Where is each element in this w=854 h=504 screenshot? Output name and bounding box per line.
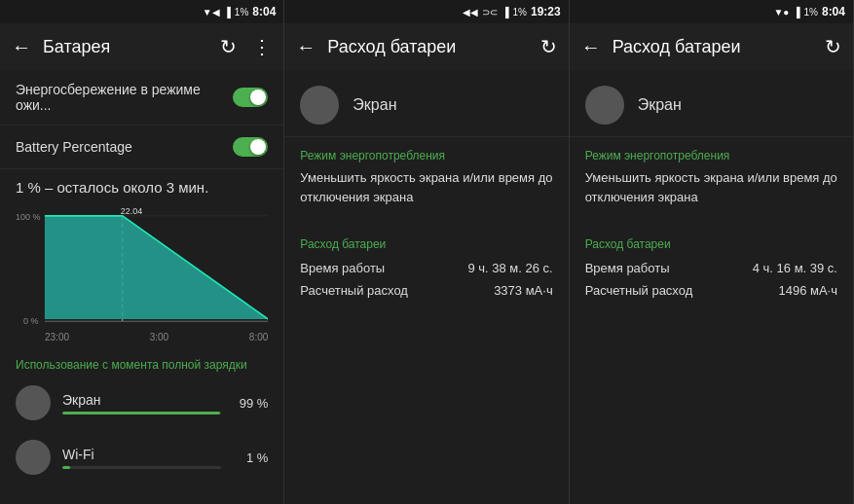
panel-battery-main: ▼◀ ▐ 1% 8:04 ← Батарея ↻ ⋮ Энергосбереже… (0, 0, 284, 504)
screen-row-3: Экран (570, 70, 853, 137)
status-time-1: 8:04 (252, 5, 276, 18)
status-bar-3: ▼● ▐ 1% 8:04 (570, 0, 853, 23)
svg-text:100 %: 100 % (16, 212, 40, 222)
header-2: ← Расход батареи ↻ (284, 23, 568, 70)
usage-info-screen: Экран (62, 392, 221, 414)
usage-item-screen[interactable]: Экран 99 % (0, 376, 283, 430)
battery-section-3: Расход батареи Время работы 4 ч. 16 м. 3… (570, 226, 853, 309)
panel-battery-detail-2: ▼● ▐ 1% 8:04 ← Расход батареи ↻ Экран Ре… (570, 0, 854, 504)
usage-percent-screen: 99 % (233, 396, 268, 411)
mode-text-2: Уменьшить яркость экрана и/или время до … (300, 168, 552, 206)
battery-label-usage-2: Расчетный расход (300, 283, 408, 298)
refresh-button-2[interactable]: ↻ (537, 31, 561, 62)
battery-value-usage-3: 1496 мА·ч (778, 283, 837, 298)
more-button-1[interactable]: ⋮ (248, 31, 276, 62)
headphone-icon: ⊃⊂ (482, 7, 498, 18)
battery-value-time-3: 4 ч. 16 м. 39 с. (753, 261, 837, 275)
status-bar-2: ◀◀ ⊃⊂ ▐ 1% 19:23 (284, 0, 568, 23)
battery-row-usage-3: Расчетный расход 1496 мА·ч (585, 279, 837, 302)
svg-text:22.04: 22.04 (121, 205, 142, 215)
screen-row-2: Экран (284, 70, 568, 137)
screen-label-2: Экран (353, 96, 396, 114)
toggle-battery-percentage[interactable] (233, 137, 268, 157)
header-3: ← Расход батареи ↻ (570, 23, 853, 70)
setting-power-save[interactable]: Энергосбережение в режиме ожи... (0, 70, 283, 126)
signal-icon-3: ▼● (773, 7, 789, 18)
chart-svg: 100 % 0 % 22.04 (16, 205, 268, 332)
battery-icon-3: ▐ (793, 7, 799, 18)
page-title-2: Расход батареи (327, 37, 528, 57)
screen-avatar-2 (300, 86, 339, 125)
battery-percent-3: 1% (804, 7, 818, 18)
battery-status-text: 1 % – осталось около 3 мин. (0, 169, 283, 201)
usage-bar-fill-screen (62, 412, 220, 414)
usage-bar-screen (62, 412, 221, 414)
svg-text:0 %: 0 % (23, 316, 38, 326)
battery-row-usage-2: Расчетный расход 3373 мА·ч (300, 279, 552, 302)
battery-title-2: Расход батареи (300, 237, 552, 251)
refresh-button-3[interactable]: ↻ (821, 31, 845, 62)
battery-value-time-2: 9 ч. 38 м. 26 с. (467, 261, 552, 275)
usage-header: Использование с момента полной зарядки (0, 350, 283, 376)
back-button-2[interactable]: ← (292, 32, 319, 62)
battery-title-3: Расход батареи (585, 237, 837, 251)
signal-icon-2: ◀◀ (463, 7, 478, 18)
signal-icon: ▼◀ (203, 7, 220, 18)
battery-row-time-2: Время работы 9 ч. 38 м. 26 с. (300, 257, 552, 279)
setting-power-save-label: Энергосбережение в режиме ожи... (16, 82, 233, 113)
battery-value-usage-2: 3373 мА·ч (494, 283, 553, 298)
screen-label-3: Экран (638, 96, 682, 114)
usage-bar-fill-wifi (62, 466, 70, 469)
toggle-power-save[interactable] (233, 88, 268, 107)
status-time-3: 8:04 (822, 5, 845, 18)
refresh-button-1[interactable]: ↻ (216, 31, 241, 62)
usage-name-wifi: Wi-Fi (62, 447, 221, 462)
battery-label-time-2: Время работы (300, 261, 385, 275)
mode-text-3: Уменьшить яркость экрана и/или время до … (585, 168, 837, 206)
battery-section-2: Расход батареи Время работы 9 ч. 38 м. 2… (284, 226, 568, 309)
page-title-3: Расход батареи (613, 37, 813, 57)
usage-info-wifi: Wi-Fi (62, 447, 221, 469)
mode-title-3: Режим энергопотребления (585, 149, 837, 162)
usage-bar-wifi (62, 466, 221, 469)
mode-section-2: Режим энергопотребления Уменьшить яркост… (284, 137, 568, 226)
content-1: Энергосбережение в режиме ожи... Battery… (0, 70, 283, 504)
mode-title-2: Режим энергопотребления (300, 149, 552, 162)
panel-battery-detail-1: ◀◀ ⊃⊂ ▐ 1% 19:23 ← Расход батареи ↻ Экра… (284, 0, 569, 504)
chart-x-label-1: 23:00 (45, 332, 69, 342)
header-1: ← Батарея ↻ ⋮ (0, 23, 283, 70)
screen-avatar-3 (585, 86, 624, 125)
usage-percent-wifi: 1 % (233, 450, 268, 465)
battery-icon-2: ▐ (501, 7, 508, 18)
usage-avatar-screen (16, 385, 51, 420)
battery-row-time-3: Время работы 4 ч. 16 м. 39 с. (585, 257, 837, 279)
battery-label-time-3: Время работы (585, 261, 670, 275)
status-bar-1: ▼◀ ▐ 1% 8:04 (0, 0, 283, 23)
chart-x-label-3: 8:00 (249, 332, 268, 342)
status-time-2: 19:23 (531, 5, 561, 18)
setting-battery-percentage-label: Battery Percentage (16, 139, 233, 155)
chart-x-label-2: 3:00 (150, 332, 168, 342)
battery-label-usage-3: Расчетный расход (585, 283, 693, 298)
page-title-1: Батарея (43, 37, 208, 57)
setting-battery-percentage[interactable]: Battery Percentage (0, 126, 283, 169)
usage-name-screen: Экран (62, 392, 221, 408)
svg-marker-6 (45, 216, 268, 319)
content-2: Экран Режим энергопотребления Уменьшить … (284, 70, 568, 504)
battery-icon: ▐ (224, 7, 231, 18)
content-3: Экран Режим энергопотребления Уменьшить … (570, 70, 853, 504)
back-button-1[interactable]: ← (8, 32, 35, 62)
usage-avatar-wifi (16, 440, 51, 475)
battery-percent-2: 1% (513, 7, 527, 18)
chart-x-labels: 23:00 3:00 8:00 (16, 332, 268, 342)
mode-section-3: Режим энергопотребления Уменьшить яркост… (570, 137, 853, 226)
usage-item-wifi[interactable]: Wi-Fi 1 % (0, 430, 283, 485)
battery-chart: 100 % 0 % 22.04 23:00 3:00 8:00 (0, 201, 283, 350)
back-button-3[interactable]: ← (577, 32, 605, 62)
battery-percent-status: 1% (235, 7, 248, 18)
